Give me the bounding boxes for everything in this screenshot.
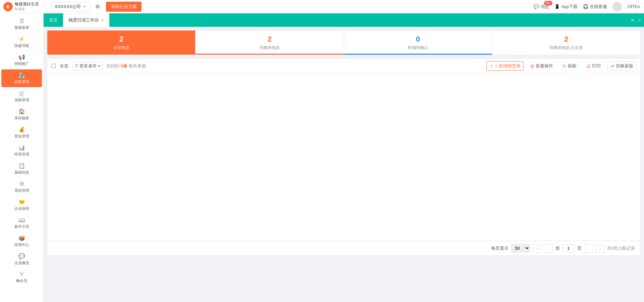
sidebar-item-7[interactable]: 📊 经营管理 xyxy=(1,142,42,160)
sidebar-label-8: 基础信息 xyxy=(14,170,29,175)
add-icon: ＋ xyxy=(489,63,494,69)
sidebar-icon-4: 🛒 xyxy=(18,90,25,97)
online-service-button[interactable]: 🎧 在线客服 xyxy=(583,4,607,10)
card-all-num: 2 xyxy=(53,35,190,44)
sidebar-icon-12: 📦 xyxy=(18,235,25,241)
switch-icon: ⇄ xyxy=(610,63,614,69)
sidebar-item-5[interactable]: 🏠 库存核算 xyxy=(1,106,42,123)
card-overdue[interactable]: 2 到期未收款 xyxy=(196,31,344,55)
app-name: 畅捷通好生意 xyxy=(15,2,39,7)
sidebar-label-10: 企业协同 xyxy=(14,206,29,211)
sidebar-icon-13: 💬 xyxy=(18,253,25,259)
sidebar-item-4[interactable]: 🛒 采购管理 xyxy=(1,87,42,105)
batch-operation-button[interactable]: ⊞ 批量操作 xyxy=(528,62,556,70)
card-wangpu[interactable]: 0 旺铺待确认 xyxy=(344,31,492,55)
page-input[interactable] xyxy=(562,244,575,252)
app-tag: 标准版 xyxy=(15,7,39,11)
sidebar-item-2[interactable]: 📢 营销推广 xyxy=(1,51,42,69)
logo-icon: 6 xyxy=(3,2,13,11)
sidebar-item-3[interactable]: 🏪 销售管理 xyxy=(1,69,42,87)
select-all-checkbox[interactable] xyxy=(51,64,56,68)
sidebar-label-7: 经营管理 xyxy=(14,152,29,157)
sidebar-icon-9: ⚙ xyxy=(19,181,24,187)
sidebar-icon-8: 📋 xyxy=(18,163,25,169)
prev-page-button[interactable]: ‹ xyxy=(544,244,553,253)
page-size-select[interactable]: 50 20 100 xyxy=(511,244,530,252)
batch-icon: ⊞ xyxy=(530,63,534,69)
card-all[interactable]: 2 全部单据 xyxy=(47,31,196,55)
found-text: 共找到 0条 相关单据 xyxy=(106,63,146,69)
filter-button[interactable]: ▽ 更多条件 ▾ xyxy=(72,62,102,70)
online-service-label: 在线客服 xyxy=(590,4,607,10)
switch-version-button[interactable]: ⇄ 切换新版 xyxy=(607,61,636,71)
sidebar-icon-5: 🏠 xyxy=(18,108,25,115)
sidebar: 6 畅捷通好生意 标准版 ☰ 搜索菜单 ⚡ 快捷导航 📢 营销推广 🏪 销售管理… xyxy=(0,0,44,302)
company-selector[interactable]: XXXXXX公司 ▼ xyxy=(51,2,90,11)
page-label-prefix: 第 xyxy=(555,245,560,251)
card-shipped[interactable]: 2 到期未收款 已出库 xyxy=(492,31,640,55)
sidebar-label-0: 搜索菜单 xyxy=(14,25,29,30)
tab-maximize-icon[interactable]: ⤢ xyxy=(637,17,641,23)
sidebar-menu: ☰ 搜索菜单 ⚡ 快捷导航 📢 营销推广 🏪 销售管理 🛒 采购管理 🏠 库存核… xyxy=(0,13,43,302)
sidebar-label-11: 新手引导 xyxy=(14,224,29,229)
first-page-button[interactable]: « xyxy=(533,244,541,253)
tab-home[interactable]: 首页 xyxy=(44,13,63,27)
print-icon: 🖨 xyxy=(586,63,591,69)
print-button[interactable]: 🖨 打印 xyxy=(583,62,603,70)
sidebar-label-4: 采购管理 xyxy=(14,98,29,103)
card-shipped-label: 到期未收款 已出库 xyxy=(498,45,635,51)
sidebar-item-10[interactable]: 🤝 企业协同 xyxy=(1,196,42,214)
app-download-button[interactable]: 📱 App下载 xyxy=(554,4,578,10)
filter-icon: ▽ xyxy=(75,63,78,68)
sidebar-item-11[interactable]: 📖 新手引导 xyxy=(1,214,42,232)
filter-label: 更多条件 xyxy=(79,63,97,69)
sidebar-item-8[interactable]: 📋 基础信息 xyxy=(1,160,42,178)
card-wangpu-label: 旺铺待确认 xyxy=(350,45,487,51)
tab-close-icon[interactable]: ✕ xyxy=(101,18,104,22)
tab-qhrc-label: 钱货日清工作台 xyxy=(68,17,99,23)
trial-button[interactable]: 体验行业方案 xyxy=(106,2,142,12)
summary-cards: 2 全部单据 2 到期未收款 0 旺铺待确认 2 到期未收款 已出库 xyxy=(47,30,641,55)
last-page-button[interactable]: » xyxy=(596,244,604,253)
message-badge: 99+ xyxy=(544,1,552,5)
sidebar-logo: 6 畅捷通好生意 标准版 xyxy=(0,0,43,13)
sidebar-item-0[interactable]: ☰ 搜索菜单 xyxy=(1,15,42,33)
sidebar-icon-14: V xyxy=(20,271,23,277)
sidebar-item-12[interactable]: 📦 应用中心 xyxy=(1,232,42,250)
add-sales-order-button[interactable]: ＋ + 新增销货单 xyxy=(486,61,524,71)
sidebar-item-13[interactable]: 💬 企业微信 xyxy=(1,250,42,268)
sidebar-label-2: 营销推广 xyxy=(14,61,29,66)
sidebar-icon-7: 📊 xyxy=(18,144,25,151)
pagination-bar: 每页显示 50 20 100 « ‹ 第 页 › » 共0页,0条记录 xyxy=(47,241,641,256)
online-service-icon: 🎧 xyxy=(583,4,588,9)
company-name: XXXXXX公司 xyxy=(55,4,81,10)
sidebar-item-6[interactable]: 💰 资金管理 xyxy=(1,124,42,141)
card-overdue-label: 到期未收款 xyxy=(201,45,338,51)
empty-placeholder xyxy=(47,74,640,235)
avatar[interactable] xyxy=(612,2,622,11)
sidebar-item-14[interactable]: V 畅会员 xyxy=(1,268,42,286)
refresh-button[interactable]: ↻ 刷新 xyxy=(560,62,579,70)
sidebar-label-13: 企业微信 xyxy=(14,260,29,265)
tab-bar: 首页 钱货日清工作台 ✕ ✕ ⤢ xyxy=(44,13,644,27)
tab-qhrc[interactable]: 钱货日清工作台 ✕ xyxy=(63,13,109,27)
page-size-label: 每页显示 xyxy=(491,245,508,251)
sidebar-icon-6: 💰 xyxy=(18,126,25,133)
sidebar-label-12: 应用中心 xyxy=(14,242,29,247)
select-all-label: 全选 xyxy=(60,63,68,69)
next-page-button[interactable]: › xyxy=(584,244,593,253)
sidebar-item-9[interactable]: ⚙ 系统管理 xyxy=(1,178,42,196)
company-dropdown-arrow: ▼ xyxy=(83,5,86,8)
avatar-name: OfTEn xyxy=(627,4,640,9)
tab-minimize-icon[interactable]: ✕ xyxy=(631,17,635,23)
sidebar-icon-3: 🏪 xyxy=(18,72,25,78)
found-count: 0条 xyxy=(121,63,127,68)
total-info: 共0页,0条记录 xyxy=(607,245,635,251)
sidebar-icon-1: ⚡ xyxy=(18,36,25,42)
settings-button[interactable]: ⚙ xyxy=(93,2,103,12)
sidebar-label-3: 销售管理 xyxy=(14,79,29,84)
toolbar-right: ＋ + 新增销货单 ⊞ 批量操作 ↻ 刷新 🖨 打印 ⇄ 切换新版 xyxy=(486,61,636,71)
sidebar-item-1[interactable]: ⚡ 快捷导航 xyxy=(1,33,42,51)
message-button[interactable]: 💬 消息 99+ xyxy=(534,4,549,10)
top-header: XXXXXX公司 ▼ ⚙ 体验行业方案 💬 消息 99+ 📱 App下载 🎧 在… xyxy=(44,0,644,13)
